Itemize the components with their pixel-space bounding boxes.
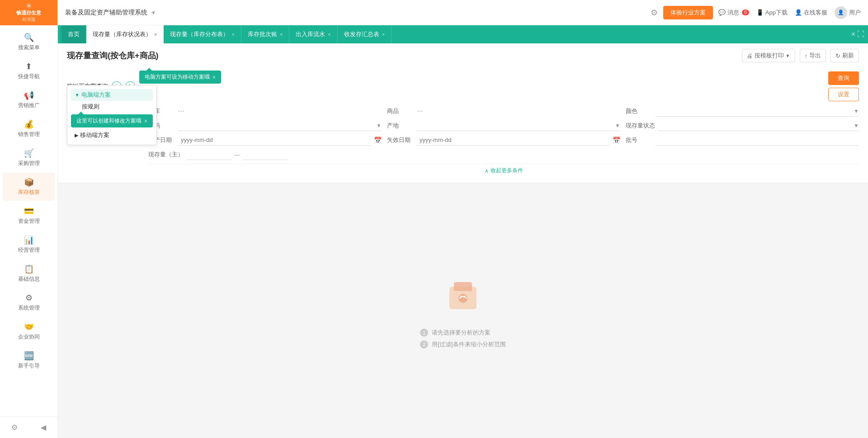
search-menu-icon: 🔍 [24, 33, 34, 42]
sidebar-item-purchase[interactable]: 🛒 采购管理 [3, 144, 55, 172]
sidebar: 畅通好生意 标准版 🔍 搜索菜单 ⬆ 快捷导航 📢 营销推广 💰 销售管理 🛒 … [0, 0, 58, 438]
warehouse-dots[interactable]: ··· [178, 107, 184, 115]
sidebar-item-quick-nav[interactable]: ⬆ 快捷导航 [3, 57, 55, 85]
app-download-item[interactable]: 📱 App下载 [756, 9, 788, 17]
tab-close-all-button[interactable]: × [851, 30, 855, 38]
sidebar-item-operation[interactable]: 📊 经营管理 [3, 231, 55, 259]
sidebar-item-search-menu[interactable]: 🔍 搜索菜单 [3, 28, 55, 56]
expire-date-start[interactable] [417, 135, 610, 146]
origin-label: 产地 [387, 122, 414, 130]
print-button[interactable]: 🖨 按模板打印 ▼ [742, 49, 795, 62]
expire-date-calendar-icon[interactable]: 📅 [613, 137, 620, 144]
user-item[interactable]: 👤 用户 [835, 6, 861, 19]
filter-cell-goods: 商品 ··· [387, 107, 620, 115]
tab-in-out-flow[interactable]: 出入库流水 × [289, 25, 337, 43]
sidebar-item-label: 销售管理 [18, 131, 40, 138]
quantity-range-dash: — [234, 151, 240, 158]
filter-cell-produce-date: 生产日期 📅 [148, 135, 382, 146]
sidebar-bottom: ⚙ ◀ [0, 416, 57, 438]
tab-batch-account-label: 库存批次账 [248, 30, 277, 38]
produce-date-calendar-icon[interactable]: 📅 [374, 137, 382, 144]
tab-batch-account-close[interactable]: × [280, 32, 283, 37]
svg-point-6 [464, 296, 466, 297]
tabbar: 首页 现存量（库存状况表） × 现存量（库存分布表） × 库存批次账 × 出入库… [58, 25, 868, 43]
refresh-button[interactable]: ↻ 刷新 [830, 49, 859, 62]
tab-receive-summary-close[interactable]: × [382, 32, 385, 37]
empty-illustration [440, 273, 486, 320]
tab-in-out-flow-label: 出入库流水 [296, 30, 325, 38]
scheme-desktop-sub-item[interactable]: 按规则 [78, 101, 153, 113]
tab-inventory-status-close[interactable]: × [154, 32, 157, 37]
tab-fullscreen-button[interactable]: ⛶ [857, 30, 864, 38]
size-input[interactable] [178, 120, 382, 131]
sidebar-item-sales[interactable]: 💰 销售管理 [3, 115, 55, 143]
filter-cell-origin: 产地 ▼ [387, 120, 620, 131]
inventory-icon: 📦 [24, 177, 34, 187]
logo-icon [22, 3, 36, 9]
empty-tip-2: 2 用[过滤]条件来缩小分析范围 [420, 340, 505, 349]
collapse-sidebar-button[interactable]: ◀ [39, 421, 48, 433]
tooltip-scheme-mobile: 电脑方案可设为移动方案哦 × [139, 71, 221, 84]
status-input[interactable] [658, 120, 859, 131]
system-icon: ⚙ [25, 293, 33, 303]
tab-receive-summary[interactable]: 收发存汇总表 × [338, 25, 392, 43]
sidebar-item-inventory[interactable]: 📦 库存核算 [3, 173, 55, 201]
collapse-filter-button[interactable]: ∧ 收起更多条件 [148, 164, 859, 177]
tab-inventory-dist[interactable]: 现存量（库存分布表） × [164, 25, 241, 43]
tooltip-scheme-mobile-close[interactable]: × [212, 74, 216, 80]
logo-subtitle: 标准版 [22, 16, 36, 23]
tab-home[interactable]: 首页 [61, 25, 86, 43]
scheme-mobile-label: 移动端方案 [80, 131, 109, 139]
solution-button[interactable]: 体验行业方案 [663, 6, 713, 19]
filter-cell-batch: 批号 [626, 135, 859, 146]
online-support-item[interactable]: 👤 在线客服 [795, 9, 827, 17]
sidebar-item-enterprise[interactable]: 🤝 企业协同 [3, 317, 55, 345]
tooltip-scheme-create: 这里可以创建和修改方案哦 × [71, 114, 153, 127]
color-input[interactable] [656, 106, 859, 117]
topbar-right: 💬 消息 6 📱 App下载 👤 在线客服 👤 用户 [718, 6, 861, 19]
tab-batch-account[interactable]: 库存批次账 × [241, 25, 289, 43]
goods-dots[interactable]: ··· [417, 107, 423, 115]
sidebar-item-label: 营销推广 [18, 102, 40, 109]
sidebar-item-marketing[interactable]: 📢 营销推广 [3, 86, 55, 114]
tip-num-1: 1 [420, 329, 428, 337]
batch-input[interactable] [656, 135, 859, 146]
enterprise-icon: 🤝 [24, 322, 34, 332]
scheme-mobile-item[interactable]: ▶ 移动端方案 [71, 129, 153, 141]
page-actions: 🖨 按模板打印 ▼ ↑ 导出 ↻ 刷新 [742, 49, 859, 62]
sidebar-item-system[interactable]: ⚙ 系统管理 [3, 288, 55, 316]
color-label: 颜色 [626, 107, 653, 115]
filter-cell-status: 现存量状态 ▼ [626, 120, 859, 131]
user-avatar-initial: 👤 [838, 9, 844, 15]
export-icon: ↑ [805, 52, 808, 59]
search-button[interactable]: 查询 [828, 71, 859, 85]
sidebar-item-label: 新手引导 [18, 362, 40, 370]
empty-tip-1: 1 请先选择要分析的方案 [420, 329, 505, 337]
sidebar-nav: 🔍 搜索菜单 ⬆ 快捷导航 📢 营销推广 💰 销售管理 🛒 采购管理 📦 库存核… [0, 25, 57, 416]
tab-inventory-status-label: 现存量（库存状况表） [93, 30, 151, 38]
export-button[interactable]: ↑ 导出 [800, 49, 826, 62]
logo-title: 畅通好生意 [16, 9, 41, 16]
produce-date-start[interactable] [178, 135, 371, 146]
reset-button[interactable]: 设置 [828, 88, 859, 101]
settings-icon[interactable]: ⚙ [651, 8, 658, 18]
sidebar-item-guide[interactable]: 🆕 新手引导 [3, 346, 55, 374]
tab-receive-summary-label: 收发存汇总表 [344, 30, 379, 38]
sidebar-item-finance[interactable]: 💳 资金管理 [3, 202, 55, 230]
quantity-label: 现存量（主） [148, 151, 184, 159]
scheme-desktop-item[interactable]: ▼ 电脑端方案 [71, 89, 153, 101]
print-dropdown-icon: ▼ [786, 53, 790, 58]
user-avatar: 👤 [835, 6, 847, 19]
quantity-min-input[interactable] [186, 149, 231, 160]
tooltip-scheme-create-close[interactable]: × [144, 118, 147, 124]
tab-in-out-flow-close[interactable]: × [328, 32, 330, 37]
settings-bottom-button[interactable]: ⚙ [9, 421, 19, 433]
page-title: 现存量查询(按仓库+商品) [67, 50, 159, 61]
origin-input[interactable] [417, 120, 620, 131]
sidebar-item-basic[interactable]: 📋 基础信息 [3, 259, 55, 287]
tab-inventory-status[interactable]: 现存量（库存状况表） × [86, 25, 164, 43]
message-icon: 💬 [718, 9, 726, 16]
quantity-max-input[interactable] [243, 149, 288, 160]
message-item[interactable]: 💬 消息 6 [718, 9, 749, 17]
tab-inventory-dist-close[interactable]: × [231, 32, 234, 37]
